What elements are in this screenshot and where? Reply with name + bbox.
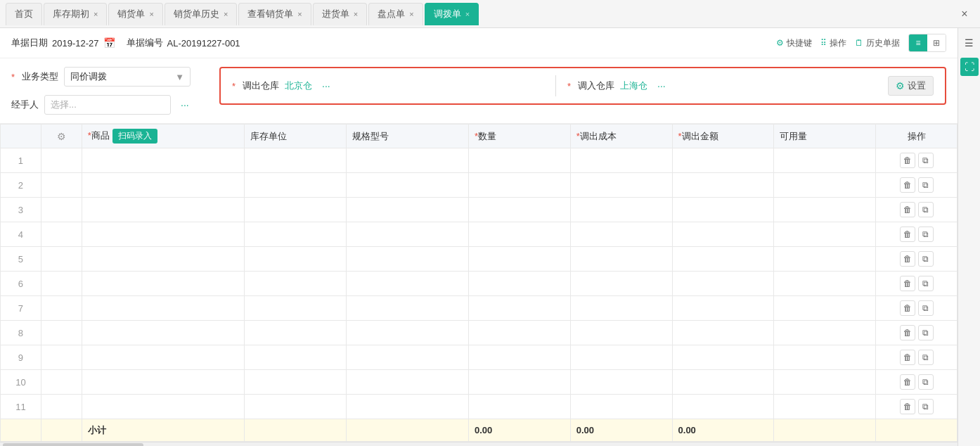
transfer-out-required: * <box>232 81 236 91</box>
history-button[interactable]: 🗒 历史单据 <box>855 37 900 49</box>
scrollbar-thumb[interactable] <box>3 443 143 446</box>
operation-button[interactable]: ⠿ 操作 <box>820 37 846 49</box>
history-icon: 🗒 <box>855 38 863 48</box>
tab-inventory-check[interactable]: 盘点单 × <box>368 3 423 25</box>
tab-transfer-close[interactable]: × <box>465 10 470 18</box>
delete-row-3[interactable]: 🗑 <box>900 202 915 217</box>
date-value[interactable]: 2019-12-27 <box>52 38 99 49</box>
row-num: 9 <box>1 345 41 370</box>
copy-row-4[interactable]: ⧉ <box>918 227 934 242</box>
table-row: 6🗑⧉ <box>1 272 958 296</box>
subtotal-amount: 0.00 <box>672 419 774 442</box>
toolbar-right: ⚙ 快捷键 ⠿ 操作 🗒 历史单据 ≡ ⊞ <box>776 34 946 52</box>
tab-home-label: 首页 <box>15 8 33 20</box>
col-settings-icon[interactable]: ⚙ <box>57 131 66 142</box>
delete-row-8[interactable]: 🗑 <box>900 325 915 340</box>
delete-row-4[interactable]: 🗑 <box>900 227 915 242</box>
copy-row-3[interactable]: ⧉ <box>918 202 934 217</box>
date-label: 单据日期 <box>11 37 48 49</box>
copy-row-5[interactable]: ⧉ <box>918 251 934 267</box>
handler-more[interactable]: ··· <box>181 99 189 110</box>
transfer-in-more[interactable]: ··· <box>657 80 666 91</box>
row-num: 4 <box>1 222 41 247</box>
tab-home[interactable]: 首页 <box>6 3 42 25</box>
delete-row-1[interactable]: 🗑 <box>900 153 915 168</box>
sidebar-expand-button[interactable]: ⛶ <box>960 58 979 76</box>
row-num: 10 <box>1 370 41 395</box>
form-left: * 业务类型 同价调拨 ▼ 经手人 选择... ··· <box>11 67 208 115</box>
delete-row-5[interactable]: 🗑 <box>900 251 915 267</box>
copy-row-8[interactable]: ⧉ <box>918 325 934 340</box>
tab-sales-order-close[interactable]: × <box>149 10 153 18</box>
handler-select[interactable]: 选择... <box>44 95 171 115</box>
delete-row-6[interactable]: 🗑 <box>900 276 915 291</box>
copy-row-10[interactable]: ⧉ <box>918 374 934 390</box>
subtotal-qty: 0.00 <box>468 419 570 442</box>
copy-row-7[interactable]: ⧉ <box>918 300 934 316</box>
transfer-out-more[interactable]: ··· <box>322 80 330 91</box>
window-close-button[interactable]: × <box>955 4 974 24</box>
tab-purchase[interactable]: 进货单 × <box>313 3 367 25</box>
table-row: 9🗑⧉ <box>1 345 958 370</box>
table-row: 10🗑⧉ <box>1 370 958 395</box>
tab-inventory-check-close[interactable]: × <box>409 10 413 18</box>
tab-purchase-label: 进货单 <box>322 8 349 20</box>
tab-inventory-init-close[interactable]: × <box>94 10 98 18</box>
delete-row-10[interactable]: 🗑 <box>900 374 915 390</box>
table-row: 4🗑⧉ <box>1 222 958 247</box>
sidebar-list-button[interactable]: ☰ <box>960 34 979 52</box>
business-type-select[interactable]: 同价调拨 ▼ <box>64 67 191 87</box>
warehouse-divider <box>555 75 556 96</box>
copy-row-2[interactable]: ⧉ <box>918 177 934 193</box>
row-num: 1 <box>1 148 41 173</box>
col-num-header <box>1 125 41 148</box>
operation-icon: ⠿ <box>820 38 827 48</box>
shortcut-icon: ⚙ <box>776 38 784 48</box>
row-num: 5 <box>1 247 41 272</box>
business-type-field: * 业务类型 同价调拨 ▼ <box>11 67 208 87</box>
delete-row-7[interactable]: 🗑 <box>900 300 915 316</box>
tab-view-sales-label: 查看销货单 <box>247 8 293 20</box>
scan-button[interactable]: 扫码录入 <box>112 129 157 144</box>
transfer-out-value[interactable]: 北京仓 <box>285 79 312 92</box>
transfer-out-label: 调出仓库 <box>243 79 279 92</box>
shortcut-button[interactable]: ⚙ 快捷键 <box>776 37 812 49</box>
tab-inventory-init[interactable]: 库存期初 × <box>44 3 107 25</box>
tab-sales-history[interactable]: 销货单历史 × <box>165 3 237 25</box>
delete-row-9[interactable]: 🗑 <box>900 350 915 365</box>
sidebar-expand-icon: ⛶ <box>965 61 974 72</box>
row-num: 6 <box>1 272 41 296</box>
copy-row-1[interactable]: ⧉ <box>918 153 934 168</box>
tab-inventory-check-label: 盘点单 <box>378 8 405 20</box>
copy-row-9[interactable]: ⧉ <box>918 350 934 365</box>
table-row: 1🗑⧉ <box>1 148 958 173</box>
delete-row-2[interactable]: 🗑 <box>900 177 915 193</box>
table-container: ⚙ *商品 扫码录入 库存单位 规格型号 *数量 *调出成本 *调出金额 可用量… <box>0 124 958 446</box>
tab-sales-history-close[interactable]: × <box>224 10 228 18</box>
delete-row-11[interactable]: 🗑 <box>900 399 915 414</box>
transfer-in-group: * 调入仓库 上海仓 ··· <box>567 79 879 92</box>
settings-button[interactable]: ⚙ 设置 <box>888 76 934 96</box>
transfer-in-value[interactable]: 上海仓 <box>620 79 647 92</box>
toolbar: 单据日期 2019-12-27 📅 单据编号 AL-20191227-001 ⚙… <box>0 28 958 58</box>
view-list-button[interactable]: ≡ <box>909 34 927 51</box>
copy-row-6[interactable]: ⧉ <box>918 276 934 291</box>
tab-sales-order[interactable]: 销货单 × <box>108 3 162 25</box>
transfer-table: ⚙ *商品 扫码录入 库存单位 规格型号 *数量 *调出成本 *调出金额 可用量… <box>0 124 958 442</box>
tab-purchase-close[interactable]: × <box>354 10 358 18</box>
tab-transfer[interactable]: 调拨单 × <box>425 3 479 25</box>
table-row: 5🗑⧉ <box>1 247 958 272</box>
row-num: 11 <box>1 395 41 419</box>
col-settings-header[interactable]: ⚙ <box>41 125 82 148</box>
tab-view-sales[interactable]: 查看销货单 × <box>238 3 311 25</box>
sidebar-list-icon: ☰ <box>965 37 974 49</box>
copy-row-11[interactable]: ⧉ <box>918 399 934 414</box>
table-row: 2🗑⧉ <box>1 173 958 198</box>
horizontal-scrollbar[interactable] <box>0 442 958 446</box>
calendar-icon[interactable]: 📅 <box>103 37 115 49</box>
handler-field: 经手人 选择... ··· <box>11 95 208 115</box>
business-type-label: 业务类型 <box>22 70 58 83</box>
col-product-header: *商品 扫码录入 <box>82 125 245 148</box>
view-grid-button[interactable]: ⊞ <box>927 34 946 51</box>
tab-view-sales-close[interactable]: × <box>297 10 302 18</box>
